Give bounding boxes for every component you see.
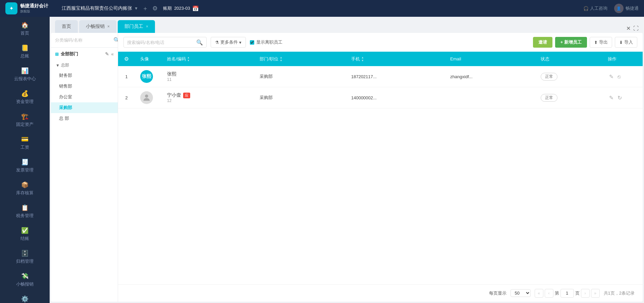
table-row: 2 (118, 87, 643, 108)
sidebar-item-general-ledger[interactable]: 📒 总账 (0, 40, 50, 62)
col-phone-sort[interactable]: 手机 ▲▼ (351, 56, 439, 62)
settings-icon[interactable]: ⚙ (152, 5, 158, 12)
dept-header: ⊞ 全部部门 ✎ « (51, 48, 118, 60)
col-avatar: 头像 (140, 56, 149, 61)
user-menu[interactable]: 👤 畅捷通 (614, 4, 639, 13)
employee-search-input[interactable] (127, 40, 194, 45)
logout-icon[interactable]: ⎋ (618, 74, 621, 80)
row-email: zhangxidf... (445, 66, 535, 87)
username: 畅捷通 (626, 5, 639, 11)
more-filters-btn[interactable]: ⚗ 更多条件 ▾ (211, 37, 246, 48)
column-settings-icon[interactable]: ⚙ (124, 56, 129, 62)
last-page-btn[interactable]: » (591, 289, 600, 298)
prev-page-btn[interactable]: ‹ (545, 289, 553, 298)
sidebar-item-label: 云报表中心 (14, 76, 36, 82)
row-dept: 采购部 (254, 87, 346, 108)
dept-node-xiaoshou[interactable]: 销售部 (51, 81, 118, 92)
sidebar-item-tax[interactable]: 📋 税务管理 (0, 199, 50, 222)
col-dept-sort[interactable]: 部门/职位 ▲▼ (260, 56, 340, 62)
sidebar-item-settings[interactable]: ⚙️ 基础设置 (0, 291, 50, 303)
edit-icon[interactable]: ✎ (609, 95, 613, 101)
sidebar-item-label: 发票管理 (16, 167, 34, 173)
tab-home[interactable]: 首页 (55, 20, 78, 33)
main-layout: 🏠 首页 📒 总账 📊 云报表中心 💰 资金管理 🏗️ 固定资产 💳 工资 🧾 … (0, 17, 644, 303)
filter-icon: ⚗ (215, 40, 219, 45)
col-name-sort[interactable]: 姓名/编码 ▲▼ (167, 56, 249, 62)
per-page-select[interactable]: 50 20 100 (511, 289, 531, 297)
sidebar-item-archive[interactable]: 🗄️ 归档管理 (0, 245, 50, 268)
funds-icon: 💰 (21, 90, 29, 97)
dept-node-caigou[interactable]: 采购部 (51, 102, 118, 113)
tab-employees[interactable]: 部门员工 × (118, 20, 155, 33)
add-employee-button[interactable]: + 新增员工 (555, 37, 587, 48)
dept-edit-icon[interactable]: ✎ (105, 51, 109, 57)
avatar (140, 91, 153, 104)
avatar: 张熙 (140, 70, 153, 83)
row-email (445, 87, 535, 108)
sidebar: 🏠 首页 📒 总账 📊 云报表中心 💰 资金管理 🏗️ 固定资产 💳 工资 🧾 … (0, 17, 50, 303)
tab-close-all-icon[interactable]: ✕ (626, 25, 631, 32)
sidebar-item-inventory[interactable]: 📦 库存核算 (0, 176, 50, 199)
dept-node-bangongshi[interactable]: 办公室 (51, 92, 118, 102)
dept-tree: 🔍 ⊞ 全部部门 ✎ « ▼ (51, 33, 118, 302)
refresh-icon[interactable]: ↻ (618, 95, 622, 101)
support-btn[interactable]: 🎧 人工咨询 (583, 5, 607, 11)
invite-button[interactable]: 邀请 (533, 37, 552, 48)
row-actions: ✎ ⎋ (602, 66, 643, 87)
sidebar-item-fixed-assets[interactable]: 🏗️ 固定资产 (0, 108, 50, 131)
col-action: 操作 (608, 56, 616, 61)
sidebar-item-funds[interactable]: 💰 资金管理 (0, 85, 50, 108)
company-name: 江西服宝精品有限责任公司内账张 (62, 5, 132, 11)
dept-group-zongbu[interactable]: ▼ 总部 (51, 60, 118, 70)
row-index: 1 (118, 66, 135, 87)
home-icon: 🏠 (21, 21, 29, 29)
sidebar-item-label: 税务管理 (16, 213, 34, 219)
emp-right-btns: 邀请 + 新增员工 ⬆ 导出 ⬇ 导入 (533, 37, 637, 48)
dept-node-caiwu[interactable]: 财务部 (51, 70, 118, 81)
sidebar-item-close-period[interactable]: ✅ 结账 (0, 222, 50, 245)
sidebar-item-expense[interactable]: 💸 小畅报销 (0, 268, 50, 291)
headset-icon: 🎧 (583, 6, 589, 11)
sidebar-item-salary[interactable]: 💳 工资 (0, 131, 50, 154)
show-resigned-checkbox[interactable] (250, 40, 254, 45)
total-info: 共1页，2条记录 (604, 290, 635, 296)
calendar-icon[interactable]: 📅 (192, 5, 199, 12)
sidebar-item-reports[interactable]: 📊 云报表中心 (0, 62, 50, 85)
dept-arrow-icon: ▼ (56, 63, 60, 68)
dept-root-label: 全部部门 (61, 51, 78, 57)
dept-node-zongbu[interactable]: 总 部 (51, 113, 118, 124)
period-label: 账期 2023-03 (163, 5, 190, 11)
row-actions: ✎ ↻ (602, 87, 643, 108)
sidebar-item-label: 库存核算 (16, 190, 34, 196)
import-icon: ⬇ (619, 40, 623, 45)
app-name: 畅捷通好会计 (20, 3, 48, 9)
export-button[interactable]: ⬆ 导出 (590, 37, 612, 48)
chart-icon: 📊 (21, 67, 29, 74)
tab-employees-close-icon[interactable]: × (146, 24, 148, 29)
row-status: 正常 (535, 87, 602, 108)
add-tab-icon[interactable]: ＋ (142, 4, 148, 12)
app-edition: 旗舰版 (20, 9, 48, 14)
company-selector[interactable]: 江西服宝精品有限责任公司内账张 ▼ (62, 5, 138, 11)
dept-collapse-icon[interactable]: « (111, 51, 114, 57)
next-page-btn[interactable]: › (581, 289, 590, 298)
svg-point-0 (145, 95, 148, 98)
tab-expense[interactable]: 小畅报销 × (79, 20, 116, 33)
col-status: 状态 (541, 56, 549, 61)
gear-icon: ⚙️ (21, 295, 29, 303)
sidebar-item-home[interactable]: 🏠 首页 (0, 17, 50, 40)
tab-expense-label: 小畅报销 (86, 23, 105, 30)
import-button[interactable]: ⬇ 导入 (615, 37, 637, 48)
tab-employees-label: 部门员工 (124, 23, 143, 30)
show-resigned-label[interactable]: 显示离职员工 (250, 39, 282, 45)
row-avatar (135, 87, 162, 108)
sidebar-item-invoices[interactable]: 🧾 发票管理 (0, 154, 50, 176)
tab-expense-close-icon[interactable]: × (107, 24, 110, 29)
dept-search-input[interactable] (55, 38, 111, 43)
export-icon: ⬆ (594, 40, 598, 45)
page-input[interactable] (560, 289, 574, 298)
tab-restore-icon[interactable]: ⛶ (633, 26, 639, 32)
edit-icon[interactable]: ✎ (609, 74, 613, 80)
status-badge: 正常 (541, 73, 557, 81)
first-page-btn[interactable]: « (535, 289, 543, 298)
